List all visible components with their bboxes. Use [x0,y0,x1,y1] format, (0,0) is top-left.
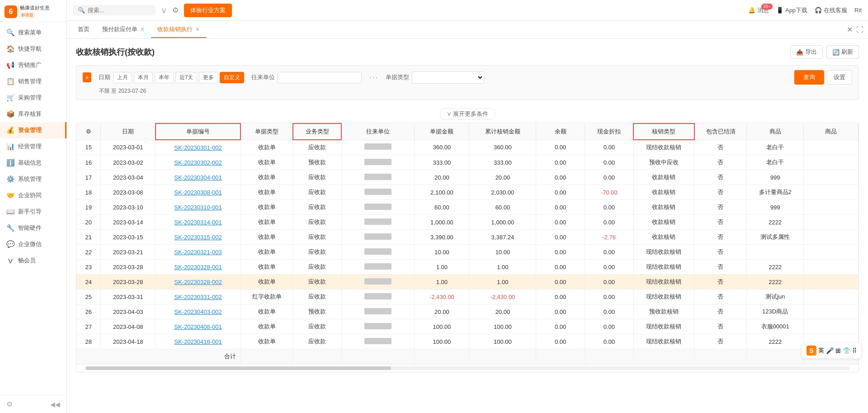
brand-mic-icon[interactable]: 🎤 [826,347,834,354]
cell-doc_no[interactable]: SK-20230418-001 [156,334,241,349]
tab-prepay-order[interactable]: 预付款应付单 ✕ [96,22,151,38]
cell-biz_type: 应收款 [293,215,342,230]
online-support-btn[interactable]: 🎧 在线客服 [815,6,847,14]
cell-doc_no[interactable]: SK-20230321-003 [156,245,241,260]
counterpart-input[interactable] [278,72,362,83]
doc-link[interactable]: SK-20230321-003 [174,249,222,256]
date-this-year-btn[interactable]: 本年 [155,72,174,83]
table-row[interactable]: 282023-04-18SK-20230418-001收款单应收款100.001… [76,334,859,349]
table-row[interactable]: 192023-03-10SK-20230310-001收款单应收款60.0060… [76,200,859,215]
sidebar-item-member[interactable]: V 畅会员 [0,252,66,269]
cell-doc_no[interactable]: SK-20230310-001 [156,200,241,215]
cell-doc_no[interactable]: SK-20230304-001 [156,170,241,185]
table-row[interactable]: 182023-03-08SK-20230308-001收款单应收款2,100.0… [76,185,859,200]
close-tab-btn[interactable]: ✕ [847,25,853,34]
table-row[interactable]: 272023-04-08SK-20230408-001收款单应收款100.001… [76,319,859,334]
tabs-bar: 首页预付款应付单 ✕收款核销执行 ✕ ✕ ⛶ [67,21,868,39]
table-row[interactable]: 222023-03-21SK-20230321-003收款单应收款10.0010… [76,245,859,260]
sidebar-item-purchase[interactable]: 🛒 采购管理 [0,90,66,106]
doc-link[interactable]: SK-20230403-002 [174,309,222,315]
doc-link[interactable]: SK-20230328-002 [174,279,222,285]
app-download-btn[interactable]: 📱 App下载 [776,6,807,14]
receipt-type-select[interactable] [412,71,484,84]
sidebar-item-system[interactable]: ⚙️ 系统管理 [0,171,66,187]
horizontal-scrollbar[interactable] [85,366,849,370]
doc-link[interactable]: SK-20230314-001 [174,219,222,226]
doc-link[interactable]: SK-20230301-002 [174,144,222,151]
table-row[interactable]: 262023-04-03SK-20230403-002收款单预收款20.0020… [76,304,859,319]
table-row[interactable]: 172023-03-04SK-20230304-001收款单应收款20.0020… [76,170,859,185]
tab-home[interactable]: 首页 [71,22,96,38]
table-row[interactable]: 202023-03-14SK-20230314-001收款单应收款1,000.0… [76,215,859,230]
expand-conditions-btn[interactable]: ∨ 展开更多条件 [440,108,495,120]
date-more-btn[interactable]: 更多 [199,72,218,83]
sidebar-item-enterprise[interactable]: 🤝 企业协同 [0,187,66,204]
cell-doc_no[interactable]: SK-20230308-001 [156,185,241,200]
cell-doc_no[interactable]: SK-20230331-002 [156,290,241,304]
user-avatar[interactable]: Rit [854,7,862,14]
cell-doc_no[interactable]: SK-20230328-001 [156,260,241,275]
date-this-month-btn[interactable]: 本月 [134,72,153,83]
doc-link[interactable]: SK-20230315-002 [174,234,222,241]
doc-link[interactable]: SK-20230331-002 [174,294,222,300]
total-cell-write_off_type [633,349,694,364]
refresh-btn[interactable]: 🔄 刷新 [826,45,859,59]
collapse-icon[interactable]: ◀◀ [50,401,60,408]
cell-doc_no[interactable]: SK-20230315-002 [156,230,241,245]
brand-grid-icon[interactable]: ⊞ [835,347,841,354]
cell-doc_no[interactable]: SK-20230328-002 [156,275,241,290]
doc-link[interactable]: SK-20230328-001 [174,264,222,271]
cell-doc_no[interactable]: SK-20230301-002 [156,140,241,155]
scrollbar-thumb[interactable] [85,366,391,370]
search-input[interactable] [88,7,151,14]
filter-settings-btn[interactable]: 设置 [827,70,852,85]
table-row[interactable]: 252023-03-31SK-20230331-002红字收款单应收款-2,43… [76,290,859,304]
doc-link[interactable]: SK-20230310-001 [174,204,222,211]
cell-doc_no[interactable]: SK-20230408-001 [156,319,241,334]
sidebar-item-inventory[interactable]: 📦 库存核算 [0,106,66,122]
cell-doc_amount: 360.00 [415,140,469,155]
table-row[interactable]: 162023-03-02SK-20230302-002收款单预收款333.003… [76,155,859,170]
chevron-down-icon[interactable]: ∨ [161,5,167,15]
export-btn[interactable]: 📤 导出 [790,45,823,59]
table-scroll[interactable]: ⚙日期单据编号单据类型业务类型往来单位单据金额累计核销金额余额现金折扣核销类型包… [76,123,859,364]
cell-doc_no[interactable]: SK-20230302-002 [156,155,241,170]
brand-shirt-icon[interactable]: 👕 [843,347,850,354]
cell-doc_no[interactable]: SK-20230403-002 [156,304,241,319]
tab-close-collection-reconcile[interactable]: ✕ [195,26,200,33]
tab-close-prepay-order[interactable]: ✕ [140,26,145,33]
settings-icon[interactable]: ⚙ [6,400,13,408]
sidebar-item-guide[interactable]: 📖 新手引导 [0,204,66,220]
table-row[interactable]: 212023-03-15SK-20230315-002收款单应收款3,390.0… [76,230,859,245]
doc-link[interactable]: SK-20230302-002 [174,159,222,166]
table-row[interactable]: 242023-03-28SK-20230328-002收款单应收款1.001.0… [76,275,859,290]
brand-extra-icon[interactable]: ⠿ [852,347,857,354]
sidebar-item-hardware[interactable]: 🔧 智能硬件 [0,220,66,236]
cell-doc_no[interactable]: SK-20230314-001 [156,215,241,230]
sidebar-item-sales[interactable]: 📋 销售管理 [0,73,66,90]
gear-icon[interactable]: ⚙ [172,6,179,14]
sidebar-item-quick-nav[interactable]: 🏠 快捷导航 [0,41,66,57]
doc-link[interactable]: SK-20230418-001 [174,338,222,345]
sidebar-item-wechat[interactable]: 💬 企业微信 [0,236,66,252]
query-btn[interactable]: 查询 [794,70,824,85]
sidebar-item-basic[interactable]: ℹ️ 基础信息 [0,155,66,171]
notifications-btn[interactable]: 🔔 消息 99+ [748,6,769,14]
sidebar-item-operations[interactable]: 📊 经营管理 [0,138,66,155]
doc-link[interactable]: SK-20230408-001 [174,323,222,330]
date-prev-month-btn[interactable]: 上月 [113,72,132,83]
tab-collection-reconcile[interactable]: 收款核销执行 ✕ [151,22,206,38]
expand-tab-btn[interactable]: ⛶ [856,26,863,34]
industry-btn[interactable]: 体验行业方案 [184,4,232,17]
table-row[interactable]: 232023-03-28SK-20230328-001收款单应收款1.001.0… [76,260,859,275]
sidebar-item-finance[interactable]: 💰 资金管理 [0,122,66,138]
sidebar-item-marketing[interactable]: 📢 营销推广 [0,57,66,73]
sidebar-item-search[interactable]: 🔍 搜索菜单 [0,24,66,41]
date-custom-btn[interactable]: 自定义 [220,72,244,83]
doc-link[interactable]: SK-20230308-001 [174,189,222,196]
main-area: 🔍 ∨ ⚙ 体验行业方案 🔔 消息 99+ 📱 App下载 🎧 在线客服 Rit [67,0,868,413]
table-row[interactable]: 152023-03-01SK-20230301-002收款单应收款360.003… [76,140,859,155]
date-7days-btn[interactable]: 近7天 [175,72,198,83]
doc-link[interactable]: SK-20230304-001 [174,174,222,181]
filter-toggle-btn[interactable]: » [83,72,91,82]
